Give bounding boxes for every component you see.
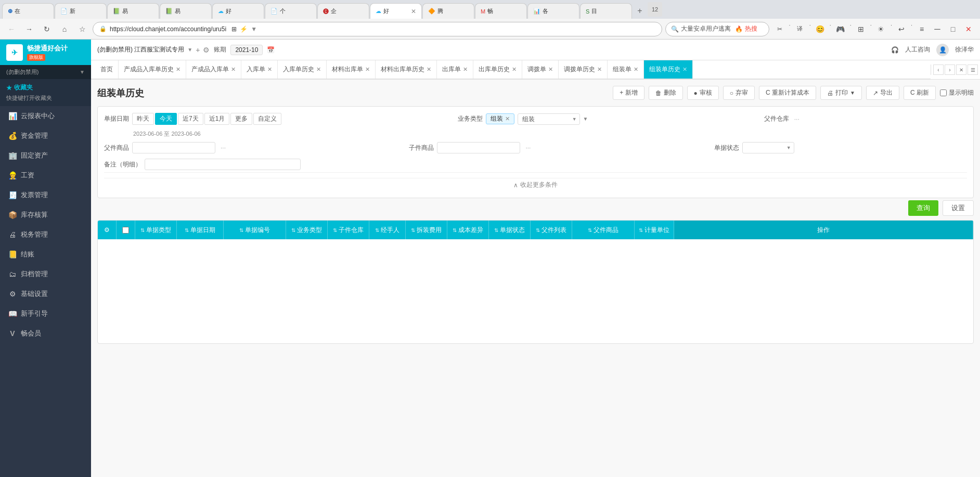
browser-tab-4[interactable]: 📗 易 <box>160 3 212 19</box>
inbound-history-close[interactable]: ✕ <box>316 66 321 73</box>
collapse-button[interactable]: ∧ 收起更多条件 <box>104 178 967 191</box>
browser-tab-2[interactable]: 📄 新 <box>55 3 107 19</box>
company-add-button[interactable]: + <box>196 46 200 54</box>
sidebar-item-closing[interactable]: 📒 结账 <box>0 244 91 264</box>
browser-tab-8-active[interactable]: ☁ 好 ✕ <box>370 3 422 19</box>
date-btn-today[interactable]: 今天 <box>155 113 177 125</box>
sidebar-item-payroll[interactable]: 👷 工资 <box>0 165 91 185</box>
browser-tab-12[interactable]: S 目 <box>580 3 632 19</box>
grid-button[interactable]: ⊞ <box>854 22 868 36</box>
parent-warehouse-more[interactable]: ··· <box>794 115 800 123</box>
browser-tab-11[interactable]: 📊 各 <box>527 3 579 19</box>
back-button[interactable]: ← <box>4 22 19 36</box>
th-cost-diff[interactable]: ⇅ 成本差异 <box>447 221 489 239</box>
scissors-button[interactable]: ✂ <box>772 22 787 36</box>
new-tab-button[interactable]: + <box>633 3 647 19</box>
settings-button[interactable]: 设置 <box>943 200 974 216</box>
export-button[interactable]: ↗ 导出 <box>866 86 899 100</box>
sidebar-item-guide[interactable]: 📖 新手引导 <box>0 304 91 324</box>
tab-dropdown[interactable]: ☰ <box>968 65 978 75</box>
outbound-close[interactable]: ✕ <box>463 66 468 73</box>
th-order-date[interactable]: ⇅ 单据日期 <box>177 221 224 239</box>
query-button[interactable]: 查询 <box>908 200 938 216</box>
gear-settings-icon[interactable]: ⚙ <box>203 46 210 54</box>
browser-tab-7[interactable]: 🅒 企 <box>317 3 369 19</box>
service-label[interactable]: 人工咨询 <box>905 45 930 54</box>
material-out-history-close[interactable]: ✕ <box>427 66 431 73</box>
th-order-type[interactable]: ⇅ 单据类型 <box>135 221 177 239</box>
th-biz-type[interactable]: ⇅ 业务类型 <box>286 221 328 239</box>
nav-tab-assembly-history[interactable]: 组装单历史 ✕ <box>644 60 693 79</box>
th-order-status[interactable]: ⇅ 单据状态 <box>489 221 531 239</box>
th-settings[interactable]: ⚙ <box>98 221 117 239</box>
date-btn-1month[interactable]: 近1月 <box>204 113 230 125</box>
nav-tab-home[interactable]: 首页 <box>95 60 119 79</box>
recalculate-button[interactable]: C 重新计算成本 <box>759 86 816 100</box>
nav-tab-prod-in-history[interactable]: 产成品入库单历史 ✕ <box>119 60 186 79</box>
home-button[interactable]: ⌂ <box>57 22 72 36</box>
delete-button[interactable]: 🗑 删除 <box>649 86 683 100</box>
parent-goods-more[interactable]: ··· <box>221 144 226 151</box>
maximize-button[interactable]: □ <box>946 22 960 36</box>
transfer-close[interactable]: ✕ <box>548 66 553 73</box>
game-button[interactable]: 🎮 <box>833 22 848 36</box>
print-button[interactable]: 🖨 打印 ▼ <box>820 86 862 100</box>
sidebar-company-selector[interactable]: (勿删勿禁用) ▼ <box>0 65 91 79</box>
sidebar-item-settings[interactable]: ⚙ 基础设置 <box>0 284 91 304</box>
transfer-history-close[interactable]: ✕ <box>597 66 602 73</box>
brightness-button[interactable]: ☀ <box>874 22 888 36</box>
date-btn-yesterday[interactable]: 昨天 <box>132 113 154 125</box>
close-button[interactable]: ✕ <box>961 22 976 36</box>
tab-scroll-right[interactable]: › <box>945 65 955 75</box>
browser-tab-1[interactable]: ⊕ 在 <box>2 3 54 19</box>
sidebar-item-reports[interactable]: 📊 云报表中心 <box>0 106 91 126</box>
th-disassemble-fee[interactable]: ⇅ 拆装费用 <box>406 221 447 239</box>
nav-tab-outbound-history[interactable]: 出库单历史 ✕ <box>473 60 522 79</box>
sidebar-item-fund[interactable]: 💰 资金管理 <box>0 126 91 146</box>
sidebar-item-inventory[interactable]: 📦 库存核算 <box>0 205 91 225</box>
biz-type-tag-close[interactable]: ✕ <box>505 115 510 122</box>
tab-count-badge[interactable]: 12 <box>648 2 662 17</box>
nav-tab-material-out-history[interactable]: 材料出库单历史 ✕ <box>376 60 437 79</box>
nav-tab-inbound[interactable]: 入库单 ✕ <box>241 60 278 79</box>
abandon-button[interactable]: ○ 弃审 <box>723 86 755 100</box>
th-unit[interactable]: ⇅ 计量单位 <box>635 221 674 239</box>
tab-close-icon[interactable]: ✕ <box>411 8 416 15</box>
th-child-warehouse[interactable]: ⇅ 子件仓库 <box>328 221 369 239</box>
nav-tab-material-out[interactable]: 材料出库单 ✕ <box>327 60 376 79</box>
remarks-input[interactable] <box>145 159 301 170</box>
company-dropdown-icon[interactable]: ▼ <box>80 69 85 75</box>
audit-button[interactable]: ● 审核 <box>687 86 719 100</box>
favorites-shortcut[interactable]: 快捷键打开收藏夹 <box>6 94 85 102</box>
th-checkbox[interactable] <box>117 221 135 239</box>
inbound-close[interactable]: ✕ <box>267 66 272 73</box>
emoji-button[interactable]: 😊 <box>813 22 828 36</box>
new-button[interactable]: + 新增 <box>613 86 644 100</box>
date-btn-custom[interactable]: 自定义 <box>253 113 281 125</box>
assembly-history-close[interactable]: ✕ <box>682 66 687 73</box>
nav-tab-assembly[interactable]: 组装单 ✕ <box>608 60 644 79</box>
forward-button[interactable]: → <box>22 22 36 36</box>
child-goods-more[interactable]: ··· <box>525 144 531 151</box>
username[interactable]: 徐泽华 <box>955 45 974 54</box>
company-selector[interactable]: (勿删勿禁用) 江西服宝测试专用 ▼ + ⚙ <box>97 45 210 54</box>
nav-tab-prod-in[interactable]: 产成品入库单 ✕ <box>186 60 241 79</box>
nav-tab-inbound-history[interactable]: 入库单历史 ✕ <box>278 60 327 79</box>
tab-scroll-left[interactable]: ‹ <box>933 65 944 75</box>
order-status-select[interactable]: 已审核 未审核 <box>742 142 794 153</box>
parent-goods-input[interactable] <box>132 142 215 153</box>
refresh-button[interactable]: ↻ <box>40 22 54 36</box>
translate-button[interactable]: 译 <box>793 22 807 36</box>
display-detail-checkbox[interactable] <box>940 89 947 96</box>
sidebar-item-assets[interactable]: 🏢 固定资产 <box>0 146 91 165</box>
sidebar-item-vip[interactable]: V 畅会员 <box>0 324 91 343</box>
sidebar-item-tax[interactable]: 🖨 税务管理 <box>0 225 91 244</box>
child-goods-input[interactable] <box>437 142 520 153</box>
outbound-history-close[interactable]: ✕ <box>512 66 517 73</box>
prod-in-history-close[interactable]: ✕ <box>176 66 180 73</box>
browser-tab-10[interactable]: M 畅 <box>475 3 527 19</box>
th-order-no[interactable]: ⇅ 单据编号 <box>224 221 286 239</box>
search-bar[interactable]: 🔍 大量安卓用户逃离 🔥 热搜 <box>665 22 769 36</box>
th-parent-list[interactable]: ⇅ 父件列表 <box>531 221 572 239</box>
th-handler[interactable]: ⇅ 经手人 <box>369 221 406 239</box>
